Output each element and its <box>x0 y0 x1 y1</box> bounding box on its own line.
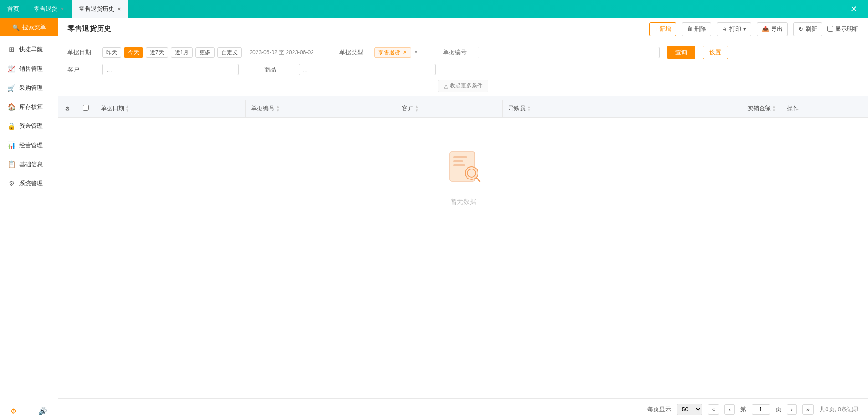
goods-input[interactable]: … <box>299 64 436 75</box>
col-customer-label: 客户 <box>402 104 414 113</box>
col-customer-sort[interactable]: ▲ ▼ <box>415 105 419 113</box>
sidebar-item-sales-mgmt-label: 销售管理 <box>19 65 43 73</box>
last-page-button[interactable]: » <box>802 404 814 415</box>
table-area: ⚙ 单据日期 ▲ ▼ <box>58 100 868 420</box>
sort-down-icon: ▼ <box>126 109 129 113</box>
sidebar-audio-button[interactable]: 🔊 <box>38 407 47 415</box>
sidebar-settings-button[interactable]: ⚙ <box>10 407 17 415</box>
col-action-label: 操作 <box>787 105 799 112</box>
sidebar-item-sys-mgmt[interactable]: ⚙ 系统管理 <box>0 174 58 193</box>
goods-placeholder: … <box>303 66 309 73</box>
date-btn-yesterday[interactable]: 昨天 <box>102 47 121 58</box>
sidebar-item-base-info-label: 基础信息 <box>19 160 43 169</box>
sidebar-item-finance-label: 资金管理 <box>19 122 43 130</box>
sidebar: 🔍 搜索菜单 ⊞ 快捷导航 📈 销售管理 🛒 采购管理 🏠 库存核算 🔒 <box>0 18 58 420</box>
refresh-label: 刷新 <box>805 25 817 33</box>
sidebar-item-quick-nav[interactable]: ⊞ 快捷导航 <box>0 40 58 59</box>
sidebar-search-label: 搜索菜单 <box>22 23 46 31</box>
col-doc-date-label: 单据日期 <box>101 104 124 113</box>
content-area: 零售退货历史 + 新增 🗑 删除 🖨 打印 ▾ 📤 导出 ↻ <box>58 18 868 420</box>
search-icon: 🔍 <box>12 24 20 31</box>
operations-icon: 📊 <box>7 141 15 149</box>
tab-retail-return[interactable]: 零售退货 ✕ <box>26 0 72 18</box>
sidebar-item-sales-mgmt[interactable]: 📈 销售管理 <box>0 59 58 78</box>
sidebar-item-base-info[interactable]: 📋 基础信息 <box>0 155 58 174</box>
date-btn-today[interactable]: 今天 <box>124 47 143 58</box>
page-size-select[interactable]: 50 20 100 <box>677 404 702 415</box>
sort-down-icon: ▼ <box>772 109 776 113</box>
sort-up-icon: ▲ <box>527 105 531 108</box>
doc-type-tag[interactable]: 零售退货 ✕ <box>374 47 411 58</box>
col-settings[interactable]: ⚙ <box>58 100 77 118</box>
date-btn-custom[interactable]: 自定义 <box>217 47 242 58</box>
customer-filter-label: 客户 <box>67 66 95 74</box>
doc-number-input[interactable] <box>478 47 660 58</box>
collapse-row: △ 收起更多条件 <box>67 80 859 92</box>
doc-type-tag-value: 零售退货 <box>378 49 400 56</box>
doc-type-dropdown-icon[interactable]: ▾ <box>415 49 417 56</box>
query-button[interactable]: 查询 <box>667 46 695 59</box>
show-detail-toggle: 显示明细 <box>827 25 859 33</box>
print-label: 打印 <box>729 25 741 33</box>
print-arrow-icon: ▾ <box>743 26 746 32</box>
customer-input[interactable]: … <box>102 64 239 75</box>
page-prefix: 第 <box>740 405 746 414</box>
col-guide-sort[interactable]: ▲ ▼ <box>527 105 531 113</box>
col-customer: 客户 ▲ ▼ <box>396 100 502 118</box>
sidebar-item-inventory[interactable]: 🏠 库存核算 <box>0 97 58 117</box>
filter-area: 单据日期 昨天 今天 近7天 近1月 更多 自定义 2023-06-02 至 2… <box>58 40 868 96</box>
col-doc-number: 单据编号 ▲ ▼ <box>246 100 396 118</box>
settings-col-icon[interactable]: ⚙ <box>65 105 70 112</box>
show-detail-checkbox[interactable] <box>827 26 833 32</box>
select-all-checkbox[interactable] <box>83 105 89 111</box>
doc-type-tag-close-icon[interactable]: ✕ <box>403 50 407 56</box>
date-btn-7days[interactable]: 近7天 <box>146 47 168 58</box>
export-button[interactable]: 📤 导出 <box>757 22 788 36</box>
empty-state: 暂无数据 <box>58 118 868 233</box>
col-checkbox[interactable] <box>77 100 95 118</box>
sidebar-item-sys-mgmt-label: 系统管理 <box>19 179 43 188</box>
doc-type-select[interactable]: 零售退货 ✕ ▾ <box>374 47 417 58</box>
collapse-button[interactable]: △ 收起更多条件 <box>438 80 488 92</box>
first-page-button[interactable]: « <box>708 404 719 415</box>
page-actions: + 新增 🗑 删除 🖨 打印 ▾ 📤 导出 ↻ 刷新 <box>649 22 859 36</box>
top-bar-right: ✕ <box>847 4 868 14</box>
col-actual-amount-sort[interactable]: ▲ ▼ <box>772 105 776 113</box>
print-button[interactable]: 🖨 打印 ▾ <box>717 22 751 36</box>
sidebar-search[interactable]: 🔍 搜索菜单 <box>0 18 58 36</box>
prev-page-button[interactable]: ‹ <box>724 404 734 415</box>
sort-up-icon: ▲ <box>772 105 776 108</box>
doc-number-label: 单据编号 <box>443 48 470 56</box>
col-doc-number-sort[interactable]: ▲ ▼ <box>276 105 280 113</box>
sidebar-item-finance[interactable]: 🔒 资金管理 <box>0 117 58 136</box>
purchase-mgmt-icon: 🛒 <box>7 84 15 92</box>
col-doc-date-sort[interactable]: ▲ ▼ <box>126 105 129 113</box>
data-table: ⚙ 单据日期 ▲ ▼ <box>58 100 868 118</box>
date-btn-1month[interactable]: 近1月 <box>171 47 193 58</box>
inventory-icon: 🏠 <box>7 103 15 111</box>
window-close-button[interactable]: ✕ <box>847 4 861 14</box>
main-layout: 🔍 搜索菜单 ⊞ 快捷导航 📈 销售管理 🛒 采购管理 🏠 库存核算 🔒 <box>0 18 868 420</box>
finance-icon: 🔒 <box>7 122 15 130</box>
tab-retail-return-close[interactable]: ✕ <box>60 6 64 12</box>
new-button[interactable]: + 新增 <box>649 22 676 36</box>
collapse-label: 收起更多条件 <box>450 82 483 90</box>
sort-up-icon: ▲ <box>126 105 129 108</box>
date-btn-more[interactable]: 更多 <box>195 47 215 58</box>
col-guide: 导购员 ▲ ▼ <box>502 100 631 118</box>
empty-text: 暂无数据 <box>451 198 476 206</box>
next-page-button[interactable]: › <box>787 404 797 415</box>
sidebar-item-operations[interactable]: 📊 经营管理 <box>0 136 58 155</box>
col-actual-amount-label: 实销金额 <box>747 104 771 113</box>
refresh-button[interactable]: ↻ 刷新 <box>793 22 822 36</box>
tab-home[interactable]: 首页 <box>0 0 26 18</box>
goods-filter-label: 商品 <box>264 66 292 74</box>
tab-retail-return-history[interactable]: 零售退货历史 ✕ <box>72 0 128 18</box>
tab-retail-return-history-close[interactable]: ✕ <box>117 6 121 12</box>
settings-button[interactable]: 设置 <box>703 46 728 59</box>
sidebar-item-purchase-mgmt[interactable]: 🛒 采购管理 <box>0 78 58 97</box>
delete-button[interactable]: 🗑 删除 <box>682 22 711 36</box>
page-number-input[interactable] <box>752 404 770 415</box>
pagination-bar: 每页显示 50 20 100 « ‹ 第 页 › » 共0页, 0条记录 <box>58 398 868 420</box>
col-guide-label: 导购员 <box>508 104 526 113</box>
